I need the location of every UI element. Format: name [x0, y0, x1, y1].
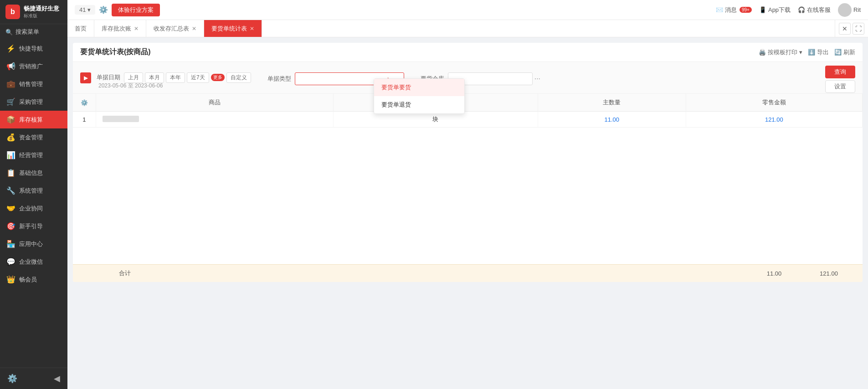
headset-icon: 🎧 [798, 6, 805, 13]
sales-icon: 💼 [6, 80, 15, 88]
sidebar-item-inventory[interactable]: 📦 库存核算 [0, 111, 67, 128]
user-avatar-button[interactable]: Rit [838, 3, 861, 17]
footer-label: 合计 [79, 269, 170, 277]
dropdown-item-order-return[interactable]: 要货单退货 [374, 96, 464, 113]
type-label: 单据类型 [267, 75, 291, 83]
trial-button[interactable]: 体验行业方案 [112, 4, 160, 16]
tab-inventory-batch[interactable]: 库存批次账 ✕ [94, 20, 146, 37]
sidebar-item-label: 快捷导航 [19, 45, 43, 53]
messages-button[interactable]: ✉️ 消息 99+ [716, 6, 752, 14]
tab-receivable-close[interactable]: ✕ [192, 26, 196, 32]
search-menu[interactable]: 🔍 搜索菜单 [0, 24, 67, 40]
table-wrapper: ⚙️ 商品 主计量单位 主数量 零售金额 1 [73, 94, 863, 128]
tab-order-stats[interactable]: 要货单统计表 ✕ [204, 20, 262, 37]
collapse-icon[interactable]: ◀ [54, 374, 60, 384]
date-btn-last-month[interactable]: 上月 [124, 72, 143, 83]
sidebar-nav: ⚡ 快捷导航 📢 营销推广 💼 销售管理 🛒 采购管理 📦 库存核算 💰 资金管… [0, 40, 67, 368]
sidebar-item-label: 新手引导 [19, 222, 43, 230]
sidebar-item-quick-nav[interactable]: ⚡ 快捷导航 [0, 40, 67, 57]
dropdown-item-order-goods[interactable]: 要货单要货 [374, 79, 464, 96]
sidebar-item-label: 库存核算 [19, 116, 43, 124]
user-name: Rit [853, 6, 861, 13]
basic-icon: 📋 [6, 169, 15, 177]
tab-home[interactable]: 首页 [67, 20, 94, 37]
sidebar-item-system[interactable]: 🔧 系统管理 [0, 182, 67, 200]
col-qty: 主数量 [538, 94, 686, 112]
print-template-button[interactable]: 🖨️ 按模板打印 ▾ [759, 48, 802, 56]
logo-text: 畅捷通好生意 标准版 [24, 5, 59, 19]
date-btn-last-7days[interactable]: 近7天 [187, 72, 209, 83]
sidebar-item-sales[interactable]: 💼 销售管理 [0, 75, 67, 93]
user-avatar [838, 3, 852, 17]
col-amount: 零售金额 [686, 94, 862, 112]
logo-icon: b [5, 5, 20, 19]
app-logo: b 畅捷通好生意 标准版 [0, 0, 67, 24]
date-btn-this-year[interactable]: 本年 [166, 72, 185, 83]
col-goods: 商品 [96, 94, 333, 112]
online-service-label: 在线客服 [807, 6, 831, 14]
sidebar-item-label: 资金管理 [19, 133, 43, 142]
sidebar-item-guide[interactable]: 🎯 新手引导 [0, 217, 67, 235]
filter-settings-button[interactable]: 设置 [825, 80, 855, 93]
date-filter-group: 单据日期 上月 本月 本年 近7天 更多 自定义 [97, 72, 251, 83]
tab-inventory-batch-close[interactable]: ✕ [134, 26, 139, 32]
close-all-tabs-button[interactable]: ✕ [839, 23, 851, 35]
query-button[interactable]: 查询 [825, 66, 855, 78]
operations-icon: 📊 [6, 151, 15, 159]
date-custom-button[interactable]: 自定义 [226, 72, 251, 83]
sidebar-item-label: 采购管理 [19, 98, 43, 106]
sidebar-item-label: 畅会员 [19, 276, 37, 284]
date-range-text: 2023-05-06 至 2023-06-06 [98, 82, 163, 89]
print-chevron-icon: ▾ [799, 49, 802, 56]
sidebar-item-member[interactable]: 👑 畅会员 [0, 271, 67, 288]
tab-inventory-batch-label: 库存批次账 [102, 25, 131, 33]
system-icon: 🔧 [6, 186, 15, 195]
cell-qty: 11.00 [538, 112, 686, 128]
breadcrumb-selector[interactable]: 41 ▾ [75, 5, 95, 15]
wechat-icon: 💬 [6, 257, 15, 266]
sidebar-item-finance[interactable]: 💰 资金管理 [0, 128, 67, 146]
tab-receivable[interactable]: 收发存汇总表 ✕ [146, 20, 204, 37]
page-header: 要货单统计表(按商品) 🖨️ 按模板打印 ▾ ⬇️ 导出 🔄 刷新 [73, 43, 863, 62]
online-service-button[interactable]: 🎧 在线客服 [798, 6, 831, 14]
data-table: ⚙️ 商品 主计量单位 主数量 零售金额 1 [73, 94, 863, 128]
warehouse-more-icon[interactable]: ··· [534, 75, 540, 83]
refresh-button[interactable]: 🔄 刷新 [834, 48, 855, 56]
goods-placeholder [103, 116, 139, 122]
export-button[interactable]: ⬇️ 导出 [808, 48, 829, 56]
member-icon: 👑 [6, 275, 15, 284]
appstore-icon: 🏪 [6, 240, 15, 248]
sidebar-item-marketing[interactable]: 📢 营销推广 [0, 57, 67, 75]
footer-amount: 121.00 [801, 270, 856, 277]
tab-order-stats-close[interactable]: ✕ [250, 26, 254, 32]
settings-icon[interactable]: ⚙️ [7, 374, 17, 384]
refresh-icon: 🔄 [834, 49, 842, 56]
sidebar-item-label: 营销推广 [19, 62, 43, 71]
sidebar-item-appstore[interactable]: 🏪 应用中心 [0, 235, 67, 253]
topbar-gear-icon[interactable]: ⚙️ [99, 5, 108, 14]
sidebar-item-label: 销售管理 [19, 80, 43, 88]
col-settings[interactable]: ⚙️ [73, 94, 96, 112]
filter-bar: ▶ 单据日期 上月 本月 本年 近7天 更多 自定义 单据类型 [73, 62, 863, 94]
filter-expand-button[interactable]: ▶ [80, 72, 91, 83]
date-btn-this-month[interactable]: 本月 [145, 72, 164, 83]
date-more-badge[interactable]: 更多 [211, 74, 225, 81]
top-bar: 41 ▾ ⚙️ 体验行业方案 ✉️ 消息 99+ 📱 App下载 🎧 在线客服 [67, 0, 868, 20]
search-icon: 🔍 [5, 29, 13, 36]
sidebar-item-cooperation[interactable]: 🤝 企业协同 [0, 200, 67, 217]
sidebar-item-operations[interactable]: 📊 经营管理 [0, 146, 67, 164]
expand-tabs-button[interactable]: ⛶ [853, 23, 864, 35]
table-footer: 合计 11.00 121.00 [73, 264, 863, 282]
sidebar-item-label: 企业协同 [19, 205, 43, 213]
amount-link[interactable]: 121.00 [765, 116, 783, 123]
qty-link[interactable]: 11.00 [605, 116, 620, 123]
sidebar-item-basic[interactable]: 📋 基础信息 [0, 164, 67, 182]
refresh-label: 刷新 [843, 48, 855, 56]
app-download-button[interactable]: 📱 App下载 [759, 6, 791, 14]
filter-action-buttons: 查询 设置 [825, 66, 855, 93]
sidebar-item-wechat[interactable]: 💬 企业微信 [0, 253, 67, 271]
page-panel: 要货单统计表(按商品) 🖨️ 按模板打印 ▾ ⬇️ 导出 🔄 刷新 [73, 43, 863, 282]
sidebar-item-purchase[interactable]: 🛒 采购管理 [0, 93, 67, 111]
breadcrumb-num: 41 [79, 6, 86, 13]
tab-order-stats-label: 要货单统计表 [211, 25, 247, 33]
